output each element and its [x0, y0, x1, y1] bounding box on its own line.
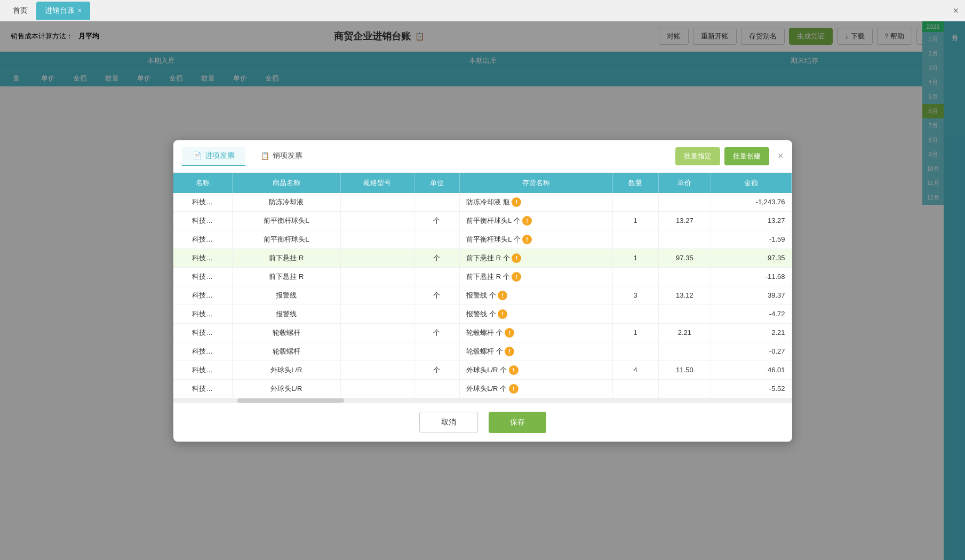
col-name: 名称 — [173, 173, 233, 193]
cell-name: 科技… — [173, 305, 233, 323]
modal-footer: 取消 保存 — [173, 403, 792, 442]
cell-amount: 2.21 — [711, 323, 792, 342]
col-amount: 金额 — [711, 173, 792, 193]
window-close-button[interactable]: × — [953, 5, 959, 16]
main-area: 销售成本计算方法： 月平均 商贸企业进销台账 📋 对账 重新开账 存货别名 生成… — [0, 21, 965, 560]
cell-product-name: 报警线 — [232, 305, 341, 323]
alert-icon: ! — [498, 291, 507, 300]
cell-price — [658, 193, 711, 212]
cell-product-name: 防冻冷却液 — [232, 193, 341, 212]
cell-product-name: 轮毂螺杆 — [232, 342, 341, 361]
table-row[interactable]: 科技… 外球头L/R 外球头L/R 个 ! -5.52 — [173, 379, 792, 398]
cell-name: 科技… — [173, 230, 233, 249]
cell-unit — [414, 193, 460, 212]
modal-header: 📄 进项发票 📋 销项发票 批量指定 批量创建 × — [173, 140, 792, 173]
cell-spec — [341, 379, 414, 398]
cell-product-name: 前下悬挂 R — [232, 249, 341, 267]
table-row[interactable]: 科技… 前平衡杆球头L 前平衡杆球头L 个 ! -1.59 — [173, 230, 792, 249]
cell-amount: -11.68 — [711, 267, 792, 286]
table-row[interactable]: 科技… 前下悬挂 R 个 前下悬挂 R 个 ! 1 97.35 97.35 — [173, 249, 792, 267]
table-row[interactable]: 科技… 轮毂螺杆 轮毂螺杆 个 ! -0.27 — [173, 342, 792, 361]
table-header-row: 名称 商品名称 规格型号 单位 存货名称 数量 单价 金额 — [173, 173, 792, 193]
save-button[interactable]: 保存 — [489, 412, 546, 433]
cell-qty — [612, 342, 658, 361]
cell-spec — [341, 230, 414, 249]
cancel-button[interactable]: 取消 — [419, 412, 478, 433]
tab-bar: 首页 进销台账 × × — [0, 0, 965, 21]
cell-unit: 个 — [414, 361, 460, 379]
cell-inventory-name: 前平衡杆球头L 个 ! — [460, 230, 613, 249]
cell-name: 科技… — [173, 342, 233, 361]
batch-assign-button[interactable]: 批量指定 — [675, 147, 720, 165]
cell-name: 科技… — [173, 323, 233, 342]
table-row[interactable]: 科技… 防冻冷却液 防冻冷却液 瓶 ! -1,243.76 — [173, 193, 792, 212]
batch-create-button[interactable]: 批量创建 — [724, 147, 769, 165]
cell-qty — [612, 193, 658, 212]
alert-icon: ! — [512, 253, 521, 263]
cell-qty — [612, 305, 658, 323]
cell-spec — [341, 249, 414, 267]
cell-qty: 1 — [612, 249, 658, 267]
modal-actions: 批量指定 批量创建 — [675, 147, 769, 165]
modal-dialog: 📄 进项发票 📋 销项发票 批量指定 批量创建 × — [173, 140, 792, 442]
cell-qty: 4 — [612, 361, 658, 379]
cell-price — [658, 379, 711, 398]
cell-qty — [612, 379, 658, 398]
cell-unit: 个 — [414, 286, 460, 305]
tab-outgoing-invoice[interactable]: 📋 销项发票 — [250, 147, 313, 166]
cell-product-name: 外球头L/R — [232, 379, 341, 398]
tab-incoming-invoice[interactable]: 📄 进项发票 — [182, 147, 245, 166]
cell-product-name: 前平衡杆球头L — [232, 211, 341, 230]
tab-ledger[interactable]: 进销台账 × — [36, 2, 90, 20]
cell-unit — [414, 230, 460, 249]
table-row[interactable]: 科技… 报警线 报警线 个 ! -4.72 — [173, 305, 792, 323]
alert-icon: ! — [512, 272, 521, 282]
cell-unit: 个 — [414, 323, 460, 342]
cell-amount: -1.59 — [711, 230, 792, 249]
cell-name: 科技… — [173, 211, 233, 230]
cell-name: 科技… — [173, 267, 233, 286]
cell-price — [658, 305, 711, 323]
cell-spec — [341, 193, 414, 212]
cell-spec — [341, 323, 414, 342]
cell-amount: 39.37 — [711, 286, 792, 305]
scroll-thumb[interactable] — [237, 398, 344, 403]
invoice-table: 名称 商品名称 规格型号 单位 存货名称 数量 单价 金额 科技… 防冻冷却液 — [173, 173, 792, 398]
cell-qty: 1 — [612, 323, 658, 342]
incoming-icon: 📄 — [193, 151, 202, 160]
cell-unit: 个 — [414, 211, 460, 230]
col-unit: 单位 — [414, 173, 460, 193]
col-inventory-name: 存货名称 — [460, 173, 613, 193]
horizontal-scrollbar[interactable] — [173, 398, 792, 403]
cell-amount: -5.52 — [711, 379, 792, 398]
cell-price — [658, 267, 711, 286]
cell-spec — [341, 267, 414, 286]
cell-unit — [414, 379, 460, 398]
cell-price: 11.50 — [658, 361, 711, 379]
tab-close-icon[interactable]: × — [78, 7, 82, 14]
cell-inventory-name: 报警线 个 ! — [460, 286, 613, 305]
table-row[interactable]: 科技… 外球头L/R 个 外球头L/R 个 ! 4 11.50 46.01 — [173, 361, 792, 379]
table-row[interactable]: 科技… 报警线 个 报警线 个 ! 3 13.12 39.37 — [173, 286, 792, 305]
cell-inventory-name: 前下悬挂 R 个 ! — [460, 249, 613, 267]
invoice-table-wrapper[interactable]: 名称 商品名称 规格型号 单位 存货名称 数量 单价 金额 科技… 防冻冷却液 — [173, 173, 792, 403]
cell-unit — [414, 267, 460, 286]
alert-icon: ! — [509, 384, 519, 394]
cell-price — [658, 342, 711, 361]
modal-close-button[interactable]: × — [778, 150, 784, 162]
cell-name: 科技… — [173, 249, 233, 267]
cell-price: 2.21 — [658, 323, 711, 342]
cell-inventory-name: 外球头L/R 个 ! — [460, 361, 613, 379]
cell-spec — [341, 361, 414, 379]
table-row[interactable]: 科技… 轮毂螺杆 个 轮毂螺杆 个 ! 1 2.21 2.21 — [173, 323, 792, 342]
cell-amount: -4.72 — [711, 305, 792, 323]
table-row[interactable]: 科技… 前下悬挂 R 前下悬挂 R 个 ! -11.68 — [173, 267, 792, 286]
cell-amount: -0.27 — [711, 342, 792, 361]
alert-icon: ! — [512, 197, 521, 207]
cell-qty: 1 — [612, 211, 658, 230]
cell-inventory-name: 轮毂螺杆 个 ! — [460, 342, 613, 361]
table-row[interactable]: 科技… 前平衡杆球头L 个 前平衡杆球头L 个 ! 1 13.27 13.27 — [173, 211, 792, 230]
tab-home[interactable]: 首页 — [4, 2, 36, 20]
alert-icon: ! — [505, 347, 514, 356]
cell-product-name: 轮毂螺杆 — [232, 323, 341, 342]
